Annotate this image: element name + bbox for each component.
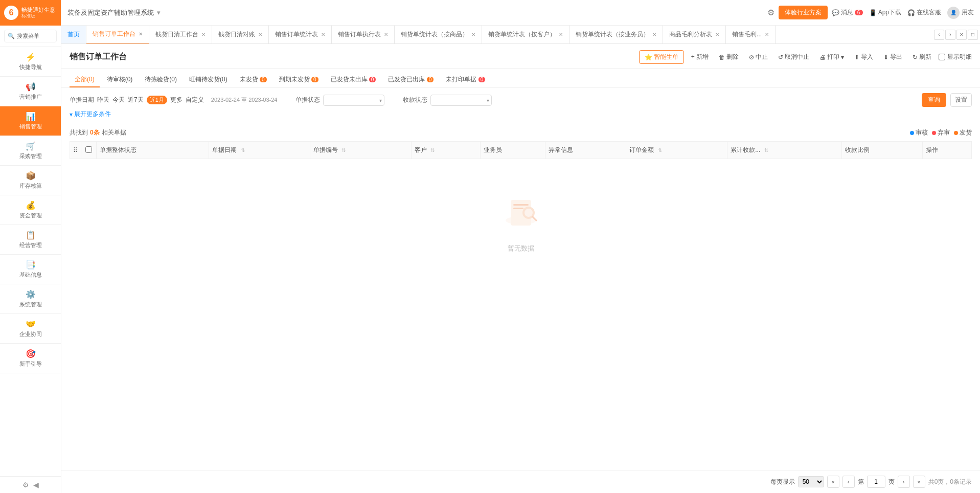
tab-sales-sum-staff[interactable]: 销货单统计表（按业务员） ✕ [569, 26, 663, 44]
tab-close-sales-exec[interactable]: ✕ [384, 32, 388, 37]
sidebar-item-basic-info[interactable]: 📑 基础信息 [0, 255, 61, 284]
marketing-icon: 📢 [26, 82, 36, 92]
add-button[interactable]: + 新增 [688, 51, 712, 63]
import-button[interactable]: ⬆ 导入 [851, 51, 876, 63]
tabs-expand-button[interactable]: □ [968, 30, 978, 40]
sub-tab-shipped-not-out[interactable]: 已发货未出库 0 [326, 73, 381, 87]
page-prev-button[interactable]: ‹ [842, 476, 855, 488]
tabs-next-button[interactable]: › [945, 30, 955, 40]
sub-tab-pending-review[interactable]: 待审核(0) [102, 73, 138, 87]
solution-button[interactable]: 体验行业方案 [779, 6, 828, 19]
query-button[interactable]: 查询 [922, 93, 946, 107]
review-action-button[interactable]: 审核 [910, 128, 928, 137]
tab-home[interactable]: 首页 [61, 26, 86, 44]
cooperation-icon: 🤝 [26, 319, 36, 329]
system-icon: ⚙️ [26, 289, 36, 299]
th-collected[interactable]: 累计收款... ⇅ [727, 142, 842, 159]
tab-sales-sum-customer[interactable]: 销货单统计表（按客户） ✕ [482, 26, 569, 44]
sub-tab-not-shipped[interactable]: 未发货 0 [235, 73, 272, 87]
tab-close-cash-reconcile[interactable]: ✕ [258, 32, 262, 37]
gear-settings-button[interactable]: ⚙ [767, 8, 774, 17]
date-opt-more[interactable]: 更多 [170, 96, 183, 104]
tab-sales-stat[interactable]: 销售订单统计表 ✕ [269, 26, 332, 44]
tab-close-sales-more[interactable]: ✕ [765, 32, 769, 37]
tab-sales-exec[interactable]: 销售订单执行表 ✕ [332, 26, 395, 44]
logo-text: 畅捷通好生意 标准版 [21, 6, 55, 19]
date-opt-last7[interactable]: 近7天 [128, 96, 144, 104]
tab-sales-order[interactable]: 销售订单工作台 ✕ [86, 26, 149, 44]
sidebar-item-finance[interactable]: 💰 资金管理 [0, 195, 61, 225]
sub-tab-wangpu[interactable]: 旺铺待发货(0) [184, 73, 233, 87]
smart-order-button[interactable]: ⭐ 智能生单 [639, 50, 684, 64]
tab-close-sales-sum-customer[interactable]: ✕ [559, 32, 563, 37]
print-button[interactable]: 🖨 打印 ▾ [816, 51, 847, 63]
sidebar-settings-button[interactable]: ⚙ [22, 481, 29, 489]
th-customer[interactable]: 客户 ⇅ [411, 142, 481, 159]
th-amount[interactable]: 订单金额 ⇅ [626, 142, 727, 159]
sub-tab-not-printed[interactable]: 未打印单据 0 [441, 73, 490, 87]
tab-sales-sum-product[interactable]: 销货单统计表（按商品） ✕ [395, 26, 482, 44]
tabs-prev-button[interactable]: ‹ [934, 30, 944, 40]
page-next-button[interactable]: › [898, 476, 910, 488]
select-all-checkbox[interactable] [85, 146, 92, 153]
sales-icon: 📊 [26, 111, 36, 121]
tab-close-cash-daily[interactable]: ✕ [201, 32, 206, 37]
sidebar-item-system[interactable]: ⚙️ 系统管理 [0, 284, 61, 314]
show-detail-label[interactable]: 显示明细 [939, 53, 972, 61]
page-input[interactable] [867, 476, 885, 488]
sidebar-item-guide[interactable]: 🎯 新手引导 [0, 344, 61, 373]
page-size-select[interactable]: 50 10 20 100 [798, 476, 824, 487]
user-menu[interactable]: 👤 用友 [947, 7, 974, 19]
page-last-button[interactable]: » [913, 476, 925, 488]
show-detail-checkbox[interactable] [939, 54, 945, 60]
sub-tab-shipped-out[interactable]: 已发货已出库 0 [383, 73, 439, 87]
date-opt-custom[interactable]: 自定义 [186, 96, 204, 104]
sidebar-item-marketing[interactable]: 📢 营销推广 [0, 77, 61, 106]
tab-cash-reconcile[interactable]: 钱货日清对账 ✕ [212, 26, 269, 44]
sidebar-item-operations[interactable]: 📋 经营管理 [0, 225, 61, 255]
tab-close-sales-sum-product[interactable]: ✕ [471, 32, 475, 37]
sidebar-collapse-button[interactable]: ◀ [33, 481, 39, 489]
sub-tab-overdue[interactable]: 到期未发货 0 [274, 73, 324, 87]
cancel-review-action-button[interactable]: 弃审 [932, 128, 950, 137]
tab-cash-daily[interactable]: 钱货日清工作台 ✕ [149, 26, 212, 44]
tab-close-sales-sum-staff[interactable]: ✕ [652, 32, 656, 37]
filter-settings-button[interactable]: 设置 [950, 93, 972, 107]
sidebar-item-sales[interactable]: 📊 销售管理 [0, 106, 61, 136]
date-opt-last1month[interactable]: 近1月 [147, 96, 167, 104]
tab-sales-more[interactable]: 销售毛利... ✕ [726, 26, 776, 44]
th-date[interactable]: 单据日期 ⇅ [209, 142, 310, 159]
sidebar-item-inventory[interactable]: 📦 库存核算 [0, 166, 61, 195]
tab-gross-margin[interactable]: 商品毛利分析表 ✕ [663, 26, 726, 44]
app-download-button[interactable]: 📱 App下载 [869, 8, 901, 17]
operations-icon: 📋 [26, 230, 36, 240]
sidebar-item-purchase[interactable]: 🛒 采购管理 [0, 136, 61, 166]
page-first-button[interactable]: « [827, 476, 839, 488]
message-button[interactable]: 💬 消息 6 [832, 8, 863, 17]
refresh-button[interactable]: ↻ 刷新 [909, 51, 935, 63]
svg-rect-3 [513, 208, 523, 209]
sidebar-item-cooperation[interactable]: 🤝 企业协同 [0, 314, 61, 344]
payment-select[interactable] [430, 95, 492, 106]
tab-close-sales-order[interactable]: ✕ [139, 31, 143, 37]
delete-button[interactable]: 🗑 删除 [716, 51, 742, 63]
sidebar-item-quick-nav[interactable]: ⚡ 快捷导航 [0, 47, 61, 77]
ship-action-button[interactable]: 发货 [954, 128, 972, 137]
cancel-stop-button[interactable]: ↺ 取消中止 [775, 51, 812, 63]
sub-tab-pending-check[interactable]: 待拣验货(0) [140, 73, 182, 87]
th-no[interactable]: 单据编号 ⇅ [310, 142, 412, 159]
date-opt-today[interactable]: 今天 [112, 96, 125, 104]
sub-tab-all[interactable]: 全部(0) [70, 73, 100, 87]
tab-close-sales-stat[interactable]: ✕ [321, 32, 325, 37]
date-opt-yesterday[interactable]: 昨天 [97, 96, 109, 104]
stop-icon: ⊘ [749, 54, 754, 61]
collapse-icon: ◀ [33, 481, 39, 489]
search-menu-button[interactable]: 🔍 搜索菜单 [4, 30, 57, 42]
export-button[interactable]: ⬇ 导出 [880, 51, 905, 63]
expand-filter-button[interactable]: ▾ 展开更多条件 [70, 110, 972, 119]
tabs-close-button[interactable]: ✕ [956, 30, 967, 40]
stop-button[interactable]: ⊘ 中止 [746, 51, 771, 63]
status-select[interactable] [323, 95, 384, 106]
tab-close-gross-margin[interactable]: ✕ [715, 32, 719, 37]
online-service-button[interactable]: 🎧 在线客服 [907, 8, 941, 17]
